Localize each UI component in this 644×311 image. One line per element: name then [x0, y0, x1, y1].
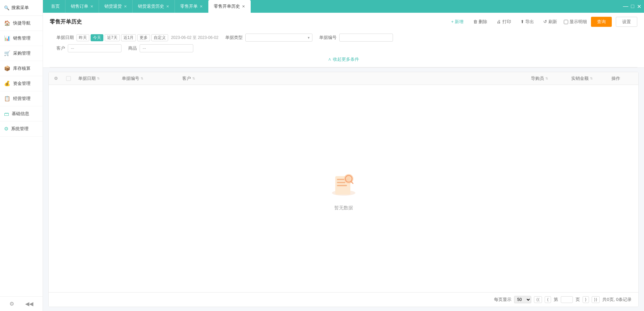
tab-return[interactable]: 销货退货 ✕: [99, 0, 133, 13]
th-amount-label: 实销金额: [571, 75, 589, 82]
th-check: [63, 76, 76, 81]
date-more[interactable]: 更多: [137, 34, 150, 41]
tab-retail-close[interactable]: ✕: [200, 4, 203, 9]
minimize-btn[interactable]: —: [623, 3, 628, 9]
sidebar-bottom: ⚙ ◀◀: [0, 296, 43, 311]
tab-retail[interactable]: 零售开单 ✕: [175, 0, 208, 13]
tab-return-label: 销货退货: [104, 3, 122, 9]
close-btn[interactable]: ✕: [637, 3, 641, 10]
th-action: 操作: [609, 75, 636, 82]
page-header: 零售开单历史 + 新增 🗑 删除 🖨 打印 ⬆ 导出 ↺ 刷新 显示明细 查询 …: [43, 13, 644, 68]
sidebar-item-label: 经营管理: [13, 96, 31, 102]
th-date-sort[interactable]: ⇅: [97, 76, 100, 80]
tab-sales-order-close[interactable]: ✕: [90, 4, 93, 9]
th-number: 单据编号 ⇅: [119, 75, 180, 82]
table-area: ⚙ 单据日期 ⇅ 单据编号 ⇅ 客户 ⇅ 导购员: [48, 72, 639, 307]
th-guide: 导购员 ⇅: [528, 75, 568, 82]
filter-section: 单据日期 昨天 今天 近7天 近1月 更多 自定义 2023-06-02 至 2…: [50, 30, 637, 67]
display-detail-checkbox[interactable]: 显示明细: [564, 19, 587, 25]
customer-input[interactable]: [68, 44, 121, 52]
display-detail-check[interactable]: [564, 20, 568, 24]
page-label: 第: [554, 297, 558, 303]
sidebar-search[interactable]: 🔍 搜索采单: [0, 0, 43, 16]
date-label: 单据日期: [56, 35, 74, 41]
query-button[interactable]: 查询: [591, 17, 612, 27]
prev-page-btn[interactable]: ⟨: [545, 296, 551, 303]
sidebar-item-label: 资金管理: [13, 81, 31, 87]
date-1month[interactable]: 近1月: [121, 34, 136, 41]
collapse-sidebar-icon[interactable]: ◀◀: [25, 301, 33, 307]
sidebar-item-operations[interactable]: 📋 经营管理: [0, 91, 43, 106]
inventory-icon: 📦: [4, 65, 10, 71]
tab-return-history[interactable]: 销货退货历史 ✕: [133, 0, 175, 13]
date-yesterday[interactable]: 昨天: [77, 34, 89, 41]
tab-retail-history-close[interactable]: ✕: [242, 4, 245, 9]
tab-sales-order-label: 销售订单: [71, 3, 88, 9]
type-select[interactable]: [245, 34, 312, 42]
sidebar-item-sales[interactable]: 📊 销售管理: [0, 31, 43, 46]
maximize-btn[interactable]: □: [631, 3, 634, 9]
tab-return-close[interactable]: ✕: [124, 4, 127, 9]
tab-home-label: 首页: [51, 3, 60, 9]
sidebar-item-finance[interactable]: 💰 资金管理: [0, 76, 43, 91]
next-page-btn[interactable]: ⟩: [583, 296, 589, 303]
th-number-sort[interactable]: ⇅: [141, 76, 143, 80]
th-guide-sort[interactable]: ⇅: [545, 76, 548, 80]
select-all-checkbox[interactable]: [66, 76, 71, 81]
table-header: ⚙ 单据日期 ⇅ 单据编号 ⇅ 客户 ⇅ 导购员: [49, 72, 638, 85]
sidebar-item-purchase[interactable]: 🛒 采购管理: [0, 46, 43, 61]
last-page-btn[interactable]: ⟩⟩: [592, 296, 600, 303]
type-label: 单据类型: [225, 35, 243, 41]
setting-button[interactable]: 设置: [616, 17, 637, 27]
main-area: 首页 销售订单 ✕ 销货退货 ✕ 销货退货历史 ✕ 零售开单 ✕ 零售开单历史 …: [43, 0, 644, 311]
collapse-more-btn[interactable]: ∧ 收起更多条件: [56, 55, 631, 64]
print-button[interactable]: 🖨 打印: [494, 17, 514, 26]
tab-retail-history[interactable]: 零售开单历史 ✕: [208, 0, 251, 13]
th-amount: 实销金额 ⇅: [568, 75, 609, 82]
sidebar-item-basicinfo[interactable]: 🗃 基础信息: [0, 106, 43, 121]
th-settings: ⚙: [51, 76, 63, 81]
system-icon: ⚙: [4, 126, 8, 132]
sidebar-search-label: 搜索采单: [11, 5, 29, 11]
date-7days[interactable]: 近7天: [105, 34, 120, 41]
empty-text: 暂无数据: [334, 205, 353, 211]
date-today[interactable]: 今天: [91, 34, 103, 41]
page-title-row: 零售开单历史 + 新增 🗑 删除 🖨 打印 ⬆ 导出 ↺ 刷新 显示明细 查询 …: [50, 17, 637, 27]
home-icon: 🏠: [4, 20, 10, 26]
refresh-button[interactable]: ↺ 刷新: [541, 17, 560, 26]
pagination-bar: 每页显示 50 100 200 ⟨⟨ ⟨ 第 1 页 ⟩ ⟩⟩ 共0页, 0条记…: [49, 292, 638, 307]
current-page-input[interactable]: 1: [561, 296, 573, 303]
th-amount-sort[interactable]: ⇅: [590, 76, 593, 80]
th-date: 单据日期 ⇅: [76, 75, 119, 82]
tab-return-history-close[interactable]: ✕: [166, 4, 169, 9]
filter-date: 单据日期 昨天 今天 近7天 近1月 更多 自定义 2023-06-02 至 2…: [56, 34, 218, 41]
th-number-label: 单据编号: [122, 75, 139, 82]
operations-icon: 📋: [4, 96, 10, 102]
sidebar-item-label: 快捷导航: [13, 20, 31, 26]
gear-icon[interactable]: ⚙: [9, 301, 14, 307]
th-customer-label: 客户: [182, 75, 191, 82]
page-size-select[interactable]: 50 100 200: [514, 296, 531, 303]
goods-input[interactable]: [140, 44, 193, 52]
page-size-label: 每页显示: [494, 297, 511, 303]
th-customer: 客户 ⇅: [180, 75, 528, 82]
number-input[interactable]: [339, 34, 393, 42]
filter-goods: 商品: [128, 44, 193, 52]
delete-button[interactable]: 🗑 删除: [470, 17, 490, 26]
sidebar-item-inventory[interactable]: 📦 库存核算: [0, 61, 43, 76]
export-button[interactable]: ⬆ 导出: [518, 17, 537, 26]
sidebar-item-quicknav[interactable]: 🏠 快捷导航: [0, 16, 43, 31]
filter-customer: 客户: [56, 44, 121, 52]
settings-columns-icon[interactable]: ⚙: [54, 76, 58, 81]
sidebar: 🔍 搜索采单 🏠 快捷导航 📊 销售管理 🛒 采购管理 📦 库存核算 💰 资金管…: [0, 0, 43, 311]
th-customer-sort[interactable]: ⇅: [192, 76, 195, 80]
tab-home[interactable]: 首页: [46, 0, 65, 13]
tab-return-history-label: 销货退货历史: [138, 3, 164, 9]
svg-rect-3: [337, 182, 345, 183]
sidebar-item-system[interactable]: ⚙ 系统管理: [0, 121, 43, 137]
tab-sales-order[interactable]: 销售订单 ✕: [65, 0, 99, 13]
date-custom[interactable]: 自定义: [151, 34, 168, 41]
first-page-btn[interactable]: ⟨⟨: [534, 296, 542, 303]
date-shortcuts: 昨天 今天 近7天 近1月 更多 自定义: [77, 34, 168, 41]
add-button[interactable]: + 新增: [448, 17, 466, 26]
